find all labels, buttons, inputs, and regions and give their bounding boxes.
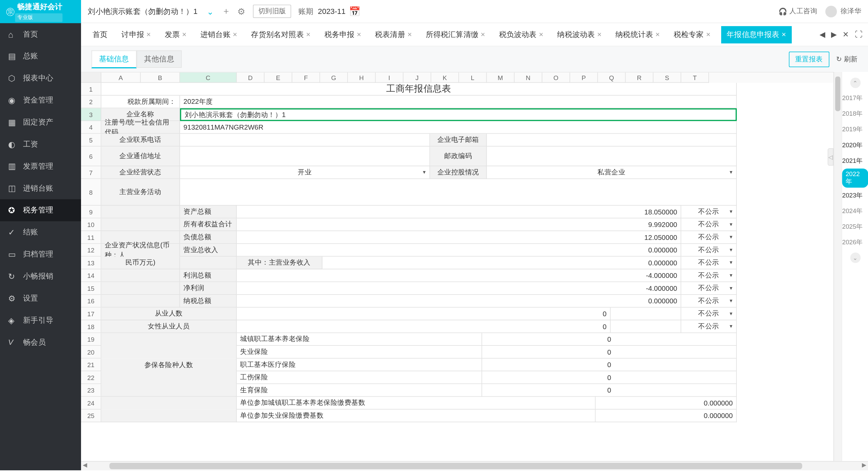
sidebar-item-5[interactable]: 工资	[0, 133, 81, 155]
year-2019年[interactable]: 2019年	[842, 121, 868, 137]
col-header-D[interactable]: D	[237, 72, 264, 83]
tab-0[interactable]: 首页	[89, 29, 111, 40]
sidebar-item-12[interactable]: 设置	[0, 287, 81, 309]
tab-2[interactable]: 发票×	[161, 29, 190, 40]
row-header-12[interactable]: 12	[81, 244, 101, 257]
account-selector[interactable]: 刘小艳演示账套（勿删勿动！）1	[88, 6, 197, 17]
row-header-14[interactable]: 14	[81, 269, 101, 282]
asset-row-pub[interactable]: 不公示	[681, 219, 737, 231]
year-up-icon[interactable]: ⌃	[850, 78, 861, 88]
row-header-20[interactable]: 20	[81, 346, 101, 359]
calendar-icon[interactable]: 📅	[349, 6, 360, 17]
ins-row-value[interactable]: 0	[482, 333, 737, 346]
asset-row-value[interactable]: 9.992000	[237, 219, 681, 231]
address-value[interactable]	[180, 147, 430, 166]
tab-close-all-icon[interactable]: ✕	[843, 30, 849, 39]
col-header-N[interactable]: N	[515, 72, 542, 83]
tab-3[interactable]: 进销台账×	[197, 29, 241, 40]
row-header-22[interactable]: 22	[81, 371, 101, 384]
year-panel-toggle[interactable]: ◁	[828, 148, 833, 166]
row-header-10[interactable]: 10	[81, 219, 101, 231]
row-header-1[interactable]: 1	[81, 83, 101, 96]
asset-row-value[interactable]: 12.050000	[237, 231, 681, 244]
tab-12[interactable]: 年报信息申报表×	[721, 26, 792, 43]
col-header-I[interactable]: I	[376, 72, 403, 83]
asset-row-pub[interactable]: 不公示	[681, 295, 737, 308]
year-down-icon[interactable]: ⌄	[850, 252, 861, 263]
row-header-4[interactable]: 4	[81, 121, 101, 134]
row-header-5[interactable]: 5	[81, 134, 101, 147]
ins-row-value[interactable]: 0	[482, 371, 737, 384]
vertical-scrollbar[interactable]	[833, 72, 842, 461]
col-header-H[interactable]: H	[348, 72, 376, 83]
col-header-R[interactable]: R	[626, 72, 653, 83]
asset-row-pub[interactable]: 不公示	[681, 282, 737, 295]
sidebar-item-0[interactable]: 首页	[0, 23, 81, 45]
sidebar-item-3[interactable]: 资金管理	[0, 89, 81, 111]
asset-row-pub[interactable]: 不公示	[681, 244, 737, 257]
sidebar-item-7[interactable]: 进销台账	[0, 177, 81, 199]
sidebar-item-13[interactable]: 新手引导	[0, 309, 81, 332]
sidebar-item-2[interactable]: 报表中心	[0, 67, 81, 89]
year-2021年[interactable]: 2021年	[842, 153, 868, 169]
company-name-value[interactable]: 刘小艳演示账套（勿删勿动！）1	[180, 108, 737, 121]
add-icon[interactable]: ＋	[222, 6, 231, 17]
row-header-11[interactable]: 11	[81, 231, 101, 244]
holding-select[interactable]: 私营企业	[487, 166, 737, 179]
scroll-left-icon[interactable]: ◀	[81, 461, 89, 470]
row-header-8[interactable]: 8	[81, 179, 101, 206]
col-header-A[interactable]: A	[101, 72, 141, 83]
subtab-basic[interactable]: 基础信息	[92, 50, 137, 68]
col-header-T[interactable]: T	[681, 72, 709, 83]
username[interactable]: 徐泽华	[841, 6, 861, 16]
close-icon[interactable]: ×	[408, 30, 412, 39]
close-icon[interactable]: ×	[146, 30, 151, 39]
col-header-O[interactable]: O	[542, 72, 570, 83]
ins-row-value[interactable]: 0	[482, 346, 737, 359]
bizstatus-select[interactable]: 开业	[180, 166, 430, 179]
row-header-21[interactable]: 21	[81, 359, 101, 372]
col-header-K[interactable]: K	[431, 72, 459, 83]
row-header-2[interactable]: 2	[81, 96, 101, 109]
tab-6[interactable]: 税表清册×	[372, 29, 415, 40]
female-pub[interactable]: 不公示	[681, 320, 737, 333]
subtab-other[interactable]: 其他信息	[137, 51, 182, 68]
postcode-value[interactable]	[487, 147, 737, 166]
reset-report-button[interactable]: 重置报表	[789, 51, 829, 67]
close-icon[interactable]: ×	[233, 30, 237, 39]
close-icon[interactable]: ×	[597, 30, 601, 39]
year-2023年[interactable]: 2023年	[842, 188, 868, 203]
close-icon[interactable]: ×	[481, 30, 485, 39]
spreadsheet[interactable]: ABCDEFGHIJKLMNOPQRST1工商年报信息表2税款所属期间：2022…	[81, 72, 833, 461]
year-2026年[interactable]: 2026年	[842, 234, 868, 250]
close-icon[interactable]: ×	[306, 30, 311, 39]
phone-value[interactable]	[180, 134, 430, 147]
refresh-button[interactable]: ↻ 刷新	[836, 54, 858, 64]
gear-icon[interactable]: ⚙	[237, 6, 245, 17]
sidebar-item-10[interactable]: 归档管理	[0, 243, 81, 265]
col-header-C[interactable]: C	[180, 72, 237, 83]
base2-value[interactable]: 0.000000	[596, 410, 737, 422]
year-2024年[interactable]: 2024年	[842, 203, 868, 219]
tab-11[interactable]: 税检专家×	[670, 29, 714, 40]
row-header-13[interactable]: 13	[81, 257, 101, 269]
col-header-P[interactable]: P	[570, 72, 598, 83]
close-icon[interactable]: ×	[706, 30, 710, 39]
tab-10[interactable]: 纳税统计表×	[612, 29, 663, 40]
asset-row-pub[interactable]: 不公示	[681, 231, 737, 244]
col-header-M[interactable]: M	[487, 72, 515, 83]
close-icon[interactable]: ×	[182, 30, 186, 39]
col-header-L[interactable]: L	[459, 72, 487, 83]
ins-row-value[interactable]: 0	[482, 359, 737, 372]
col-header-F[interactable]: F	[292, 72, 320, 83]
ins-row-value[interactable]: 0	[482, 384, 737, 397]
scrollbar-thumb[interactable]	[835, 76, 840, 111]
year-2017年[interactable]: 2017年	[842, 90, 868, 106]
asset-row-value[interactable]: 0.000000	[237, 295, 681, 308]
row-header-9[interactable]: 9	[81, 206, 101, 219]
scroll-right-icon[interactable]: ▶	[860, 461, 868, 470]
col-header-B[interactable]: B	[141, 72, 180, 83]
year-2018年[interactable]: 2018年	[842, 106, 868, 121]
asset-row-value[interactable]: 0.000000	[237, 244, 681, 257]
sidebar-item-11[interactable]: 小畅报销	[0, 265, 81, 287]
